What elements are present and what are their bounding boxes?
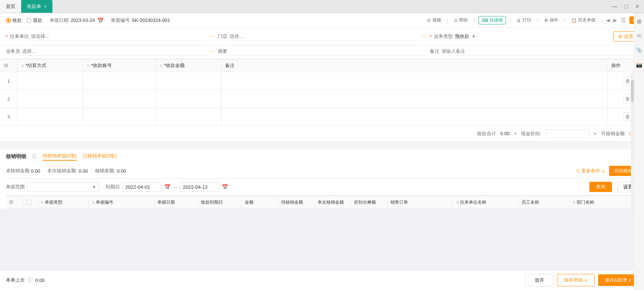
th-remark: 备注 xyxy=(221,59,608,72)
bth-staff-name-label: 员工名称 xyxy=(522,199,539,205)
print-btn[interactable]: 🖨 打印 xyxy=(514,16,533,24)
history-btn[interactable]: 📋 历史单据 xyxy=(569,16,598,24)
row1-account[interactable] xyxy=(83,72,156,90)
history-icon: 📋 xyxy=(571,18,577,23)
current-label: 本次核销金额: xyxy=(47,168,77,174)
current-amount: 本次核销金额: 0.00 xyxy=(47,168,88,174)
video-icon: ⊙ xyxy=(427,17,431,23)
radio-refund[interactable]: 退款 xyxy=(26,17,42,24)
row3-amount[interactable] xyxy=(156,108,221,125)
sidebar-table-icon[interactable]: ▦ xyxy=(635,17,643,26)
bth-doc-date-label: 单据日期 xyxy=(157,199,175,205)
row2-amount[interactable] xyxy=(156,90,221,107)
summary-input[interactable] xyxy=(229,47,426,56)
print-label: 打印 xyxy=(522,17,531,23)
more-conditions-btn[interactable]: ▽ 更多条件 ∧ xyxy=(576,168,605,174)
biz-type-dropdown-icon[interactable]: ▼ xyxy=(471,34,476,39)
tab-done[interactable]: 已核销单据(0笔) xyxy=(83,153,117,161)
scrollbar-thumb[interactable] xyxy=(631,80,634,102)
save-draft-btn[interactable]: 保存草稿 ∧ xyxy=(557,274,594,286)
table-settings-icon[interactable]: ⚙ xyxy=(4,62,8,69)
start-date-calendar-icon[interactable]: 📅 xyxy=(164,184,170,190)
date-range-field: 到期日 📅 — 📅 xyxy=(106,183,228,192)
row3-delete-icon[interactable]: 🗑 xyxy=(624,112,632,121)
shortcut-btn[interactable]: ⌨ 快捷键 xyxy=(479,16,506,24)
number-label: 单据编号 xyxy=(111,17,130,24)
row2-account[interactable] xyxy=(83,90,156,107)
abandon-btn[interactable]: 放弃 xyxy=(526,274,553,286)
bth-doc-date: 单据日期 xyxy=(154,196,198,208)
prev-val: 0.00 xyxy=(35,278,44,283)
hexiao-info-icon[interactable]: ⓘ xyxy=(32,153,37,160)
row3-payment[interactable] xyxy=(17,108,83,125)
operation-btn[interactable]: ⚙ 操作 xyxy=(542,16,561,24)
cash-discount-input[interactable] xyxy=(546,129,589,138)
row3-remark[interactable] xyxy=(221,108,608,125)
date-calendar-icon[interactable]: 📅 xyxy=(97,17,103,23)
toolbar-right: ⊙ 视频 | ⊙ 帮助 | ⌨ 快捷键 | 🖨 打印 | ⚙ 操作 | 📋 历史… xyxy=(425,16,638,24)
query-btn[interactable]: 查询 xyxy=(589,182,612,192)
save-new-arrow[interactable]: ∧ xyxy=(628,278,632,283)
menu-icon[interactable]: ☰ xyxy=(621,17,626,24)
row1-payment[interactable] xyxy=(17,72,83,90)
radio-receipt[interactable]: 收款 xyxy=(6,17,22,24)
tab-home[interactable]: 首页 xyxy=(0,0,21,13)
bottom-table-settings-icon[interactable]: ⚙ xyxy=(9,199,13,205)
row2-remark[interactable] xyxy=(221,90,608,107)
th-remark-label: 备注 xyxy=(225,62,235,69)
nav-right-icon[interactable]: ▶ xyxy=(613,17,617,23)
close-btn[interactable]: × xyxy=(633,3,641,11)
range-dropdown[interactable]: ▼ xyxy=(27,183,100,192)
row2-payment[interactable] xyxy=(17,90,83,107)
store-more-btn[interactable]: ··· xyxy=(421,33,426,40)
select-all-checkbox[interactable] xyxy=(26,200,31,205)
store-input[interactable] xyxy=(229,32,419,41)
save-new-btn[interactable]: 保存&新增 ∧ xyxy=(598,274,638,286)
customer-more-btn[interactable]: ··· xyxy=(209,33,214,40)
sidebar-mail-icon[interactable]: ✉ xyxy=(636,31,643,40)
bth-amount-label: 金额 xyxy=(245,199,254,205)
remark-input[interactable] xyxy=(441,47,638,56)
date-value[interactable]: 2023-03-24 xyxy=(71,17,95,23)
sidebar-camera-icon[interactable]: 📷 xyxy=(635,60,644,69)
diff-label: 核销差额: xyxy=(95,168,115,174)
row1-remark[interactable] xyxy=(221,72,608,90)
customer-field: * 往来单位 ··· xyxy=(6,31,214,42)
row3-account[interactable] xyxy=(83,108,156,125)
row1-delete-icon[interactable]: 🗑 xyxy=(624,77,632,85)
tab-receipt-close[interactable]: × xyxy=(44,4,47,9)
remark-label: 备注 xyxy=(430,48,439,55)
staff-input[interactable] xyxy=(22,47,207,56)
sidebar-clip-icon[interactable]: 📎 xyxy=(635,46,644,55)
tab-receipt-label: 收款单 xyxy=(27,3,41,10)
tab-receipt[interactable]: 收款单 × xyxy=(21,0,52,13)
customer-label: 往来单位 xyxy=(10,33,29,40)
biz-type-value: 预收款 xyxy=(455,33,469,40)
th-account-label: *收款账号 xyxy=(91,62,112,69)
row-num-2: 2 xyxy=(0,90,17,107)
row2-delete-icon[interactable]: 🗑 xyxy=(624,94,632,103)
total-label: 收款合计 xyxy=(477,130,496,137)
prev-info-icon[interactable]: ⓘ xyxy=(28,277,32,283)
th-payment-method: ⇅ *结算方式 xyxy=(17,59,83,72)
staff-more-btn[interactable]: ··· xyxy=(209,48,214,55)
customer-input[interactable] xyxy=(31,32,207,41)
nav-left-icon[interactable]: ◀ xyxy=(606,17,610,23)
due-date-start-input[interactable] xyxy=(122,183,162,192)
table-row: 3 🗑 ⧉ xyxy=(0,108,644,126)
radio-group: 收款 退款 xyxy=(6,17,42,24)
row1-amount[interactable] xyxy=(156,72,221,90)
save-draft-arrow[interactable]: ∧ xyxy=(584,278,588,283)
minimize-btn[interactable]: — xyxy=(609,3,620,11)
shortcut-label: 快捷键 xyxy=(490,17,503,23)
end-date-calendar-icon[interactable]: 📅 xyxy=(222,184,228,190)
video-btn[interactable]: ⊙ 视频 xyxy=(425,16,443,24)
operation-icon: ⚙ xyxy=(544,18,548,23)
biz-type-label: 业务类型 xyxy=(434,33,453,40)
due-date-end-input[interactable] xyxy=(180,183,220,192)
tab-pending[interactable]: 待核销单据(0笔) xyxy=(43,153,77,161)
maximize-btn[interactable]: □ xyxy=(623,3,631,11)
save-draft-label: 保存草稿 xyxy=(564,277,583,283)
row-num-3: 3 xyxy=(0,108,17,125)
help-btn[interactable]: ⊙ 帮助 xyxy=(452,16,470,24)
